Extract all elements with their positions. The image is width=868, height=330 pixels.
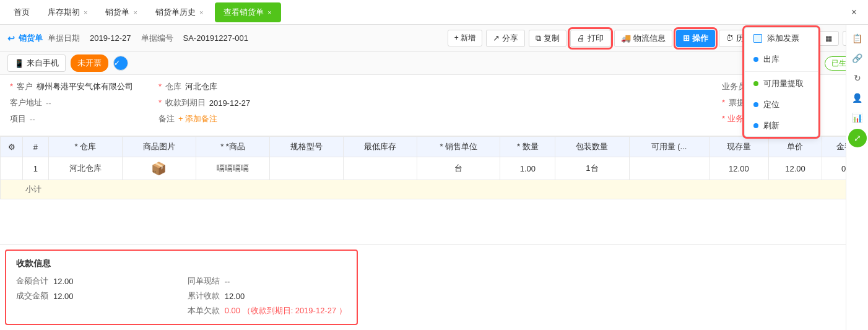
date-value: 2019-12-27: [90, 33, 131, 43]
same-order-value: --: [225, 277, 230, 286]
add-remark-btn[interactable]: + 添加备注: [178, 113, 217, 124]
doc-title: ↩ 销货单: [7, 33, 43, 44]
current-debt-row: 本单欠款 0.00 （收款到期日: 2019-12-27 ）: [188, 305, 347, 316]
phone-icon: 📱: [14, 59, 24, 68]
image-header: 商品图片: [122, 137, 196, 157]
payment-date-label: * 收款到期日: [158, 97, 206, 108]
print-button[interactable]: 🖨 打印: [570, 30, 610, 47]
doc-meta: 单据日期 2019-12-27 单据编号 SA-20191227-001: [48, 33, 248, 44]
row-spec: [270, 157, 344, 180]
dropdown-available-qty[interactable]: 可用量提取: [745, 73, 818, 94]
from-phone-button[interactable]: 📱 来自手机: [7, 54, 66, 72]
tab-home[interactable]: 首页: [5, 0, 39, 25]
form-area: * 客户 柳州粤港平安气体有限公司 * 仓库 河北仓库 业务员 演示账号 客户地…: [0, 75, 868, 136]
sidebar-clipboard-icon[interactable]: 📋: [849, 30, 866, 47]
locate-icon: [753, 102, 758, 107]
menu-separator: [745, 71, 818, 72]
sidebar-user-icon[interactable]: 👤: [849, 89, 866, 106]
row-warehouse: 河北仓库: [48, 157, 122, 180]
plus-icon: +: [178, 114, 183, 123]
index-header: #: [23, 137, 49, 157]
not-open-button[interactable]: 未开票: [71, 54, 108, 72]
transaction-value: 12.00: [53, 292, 74, 301]
invoice-icon: [753, 34, 762, 43]
tab-close-view-sales[interactable]: ×: [267, 9, 271, 16]
row-image: 📦: [122, 157, 196, 180]
confirm-button[interactable]: ✓: [113, 56, 128, 71]
unit-price-header: 单价: [769, 137, 822, 157]
customer-field: * 客户 柳州粤港平安气体有限公司: [10, 81, 146, 92]
logistics-button[interactable]: 🚚 物流信息: [614, 30, 672, 47]
total-label: 金额合计: [16, 276, 48, 287]
product-header: * *商品: [196, 137, 269, 157]
payment-info: 收款信息 金额合计 12.00 同单现结 -- 成交金额 12.00 累计收款 …: [5, 250, 358, 325]
remark-label: 备注: [158, 113, 175, 124]
row-min-stock: [344, 157, 417, 180]
dropdown-locate[interactable]: 定位: [745, 94, 818, 115]
customer-label: * 客户: [10, 81, 33, 92]
address-field: 客户地址 --: [10, 97, 146, 108]
spec-header: 规格型号: [270, 137, 344, 157]
row-unit: 台: [417, 157, 500, 180]
same-order-row: 同单现结 --: [188, 276, 347, 287]
dropdown-outbound[interactable]: 出库: [745, 49, 818, 70]
row-index: 1: [23, 157, 49, 180]
sidebar-link-icon[interactable]: 🔗: [849, 50, 866, 67]
grid-view-button[interactable]: ▦: [818, 31, 839, 46]
address-label: 客户地址: [10, 97, 42, 108]
product-table: ⚙ # * 仓库 商品图片 * *商品 规格型号 最低库存 * 销售单位 * 数…: [0, 136, 868, 199]
transaction-label: 成交金额: [16, 290, 48, 302]
main-content: ↩ 销货单 单据日期 2019-12-27 单据编号 SA-20191227-0…: [0, 25, 868, 330]
tab-inventory-init[interactable]: 库存期初 ×: [39, 0, 97, 25]
sidebar-chart-icon[interactable]: 📊: [849, 109, 866, 126]
tab-sales-history[interactable]: 销货单历史 ×: [147, 0, 212, 25]
window-close-btn[interactable]: ×: [845, 7, 863, 18]
address-value: --: [46, 98, 51, 108]
tab-close-inventory[interactable]: ×: [84, 9, 87, 16]
sidebar-expand-icon[interactable]: ⤢: [848, 129, 867, 147]
warehouse-header: * 仓库: [48, 137, 122, 157]
row-product: 嗝嗝嗝嗝: [196, 157, 269, 180]
staff-label: 业务员: [722, 81, 746, 92]
tab-bar: 首页 库存期初 × 销货单 × 销货单历史 × 查看销货单 × ×: [0, 0, 868, 25]
tab-close-sales[interactable]: ×: [133, 9, 137, 16]
table-container: ⚙ # * 仓库 商品图片 * *商品 规格型号 最低库存 * 销售单位 * 数…: [0, 136, 868, 244]
total-row: 金额合计 12.00: [16, 276, 175, 287]
form-row-1: * 客户 柳州粤港平安气体有限公司 * 仓库 河北仓库 业务员 演示账号: [10, 81, 858, 92]
dropdown-menu: 添加发票 出库 可用量提取 定位 刷新: [744, 27, 818, 137]
number-value: SA-20191227-001: [183, 33, 249, 43]
grid-icon: ⊞: [683, 33, 690, 43]
payment-grid: 金额合计 12.00 同单现结 -- 成交金额 12.00 累计收款 12.00: [16, 276, 347, 316]
current-stock-header: 现存量: [709, 137, 769, 157]
transaction-row: 成交金额 12.00: [16, 290, 175, 302]
toolbar2: 📱 来自手机 未开票 ✓ 已核销 已生效: [0, 52, 868, 75]
operate-button[interactable]: ⊞ 操作: [676, 30, 715, 47]
new-button[interactable]: + 新增: [448, 30, 482, 46]
unit-header: * 销售单位: [417, 137, 500, 157]
form-row-2: 客户地址 -- * 收款到期日 2019-12-27 * 票据类型 不开票: [10, 97, 858, 108]
gear-header[interactable]: ⚙: [1, 137, 23, 157]
subtotal-row: 小计: [1, 180, 868, 199]
share-button[interactable]: ↗ 分享: [486, 30, 525, 47]
available-icon: [753, 81, 758, 86]
cumulative-row: 累计收款 12.00: [188, 290, 347, 302]
date-label: 单据日期: [48, 33, 80, 44]
warehouse-label: * 仓库: [158, 81, 181, 92]
history-icon: ⏱: [726, 33, 734, 43]
row-unit-price: 12.00: [769, 157, 822, 180]
dropdown-add-invoice[interactable]: 添加发票: [745, 28, 818, 49]
truck-icon: 🚚: [621, 33, 631, 43]
warehouse-field: * 仓库 河北仓库: [158, 81, 295, 92]
form-row-3: 项目 -- 备注 + 添加备注 * 业务员盂 --: [10, 113, 858, 124]
copy-button[interactable]: ⧉ 复制: [529, 30, 566, 47]
warehouse-value: 河北仓库: [185, 81, 217, 92]
sidebar-refresh-icon[interactable]: ↻: [849, 69, 866, 87]
tab-sales-order[interactable]: 销货单 ×: [97, 0, 146, 25]
tab-close-history[interactable]: ×: [199, 9, 203, 16]
remark-field: 备注 + 添加备注: [158, 113, 295, 124]
outbound-icon: [753, 57, 758, 62]
payment-date-value: 2019-12-27: [209, 98, 251, 108]
min-stock-header: 最低库存: [344, 137, 417, 157]
tab-view-sales[interactable]: 查看销货单 ×: [215, 2, 280, 22]
dropdown-refresh[interactable]: 刷新: [745, 115, 818, 136]
